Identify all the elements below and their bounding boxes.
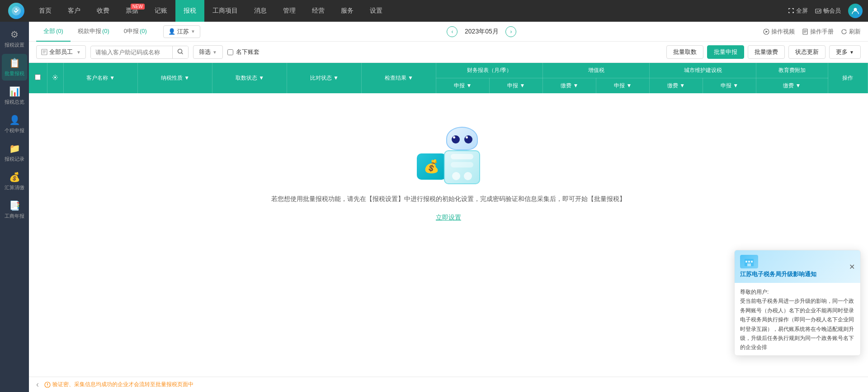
- tax-settings-icon: ⚙: [10, 29, 19, 40]
- tab-zero-decl-count: (0): [140, 28, 147, 34]
- th-customer-name: 客户名称 ▼: [63, 63, 138, 93]
- setup-link[interactable]: 立即设置: [436, 214, 461, 222]
- nav-item-billing[interactable]: 收费: [89, 0, 118, 22]
- svg-point-10: [47, 386, 47, 386]
- notice-body: 尊敬的用户: 受当前电子税务局进一步升级的影响，同一个政务网账号（办税人）名下的…: [735, 283, 860, 355]
- nav-item-bizitem[interactable]: 工商项目: [204, 0, 246, 22]
- th-check-result: 检查结果 ▼: [362, 63, 436, 93]
- svg-rect-15: [747, 263, 751, 266]
- scroll-left-btn[interactable]: ‹: [36, 380, 39, 389]
- top-navigation: 首页 客户 收费 票据 NEW 记账 报税 工商项目 消息 管理 经营: [0, 0, 868, 22]
- next-month-btn[interactable]: ›: [505, 26, 516, 37]
- prev-month-btn[interactable]: ‹: [447, 26, 458, 37]
- svg-rect-12: [745, 261, 747, 263]
- app-logo[interactable]: [5, 0, 27, 22]
- th-settings: [47, 63, 63, 93]
- status-update-btn[interactable]: 状态更新: [788, 45, 826, 59]
- notice-header: 江苏电子税务局升级影响通知 ✕: [735, 250, 860, 283]
- svg-rect-13: [748, 261, 750, 263]
- nav-item-management[interactable]: 管理: [275, 0, 304, 22]
- sidebar-item-batch-tax[interactable]: 📋 批量报税: [2, 54, 27, 81]
- under-accounts-checkbox[interactable]: [227, 49, 233, 55]
- nav-item-message[interactable]: 消息: [246, 0, 275, 22]
- op-manual-btn[interactable]: 操作手册: [802, 28, 834, 36]
- tabs-bar: 全部 (0) 税款申报 (0) 0申报 (0) 👤 江苏 ▼: [29, 22, 868, 42]
- annual-report-icon: 📑: [9, 200, 20, 211]
- nav-item-operation[interactable]: 经营: [304, 0, 333, 22]
- sidebar-item-annual-report[interactable]: 📑 工商年报: [2, 196, 27, 223]
- batch-declare-btn[interactable]: 批量申报: [707, 45, 744, 59]
- nav-item-settings[interactable]: 设置: [362, 0, 391, 22]
- sidebar-item-clearing[interactable]: 💰 汇算清缴: [2, 168, 27, 195]
- checkbox-under-accounts[interactable]: 名下账套: [227, 48, 259, 56]
- tab-tax-decl-count: (0): [102, 28, 109, 34]
- emp-select-table-icon: [41, 49, 47, 55]
- invoice-new-badge: NEW: [131, 4, 145, 10]
- user-avatar[interactable]: [848, 4, 863, 18]
- clearing-icon: 💰: [9, 172, 20, 182]
- th-vat-declare: 申报 ▼: [490, 78, 543, 94]
- sidebar-item-tax-summary[interactable]: 📊 报税总览: [2, 82, 27, 109]
- notice-content: 尊敬的用户: 受当前电子税务局进一步升级的影响，同一个政务网账号（办税人）名下的…: [740, 287, 855, 352]
- logo-circle: [8, 3, 24, 19]
- fullscreen-icon: [788, 8, 794, 14]
- employee-select[interactable]: 全部员工 ▼: [36, 45, 86, 59]
- search-input[interactable]: [91, 47, 172, 58]
- video-icon: [763, 29, 769, 35]
- personal-tax-icon: 👤: [9, 115, 20, 125]
- th-edu-declare: 申报 ▼: [703, 78, 756, 94]
- nav-item-accounting[interactable]: 记账: [146, 0, 175, 22]
- region-chevron-icon: ▼: [191, 29, 195, 34]
- emp-select-chevron-icon: ▼: [76, 50, 81, 55]
- th-financial-declare: 申报 ▼: [436, 78, 490, 94]
- empty-state: 💰: [29, 94, 868, 249]
- op-video-btn[interactable]: 操作视频: [763, 28, 795, 36]
- tax-summary-icon: 📊: [9, 86, 20, 97]
- member-btn[interactable]: 畅会员: [815, 7, 841, 15]
- sidebar-item-tax-records[interactable]: 📁 报税记录: [2, 139, 27, 166]
- th-compare-status: 比对状态 ▼: [287, 63, 362, 93]
- nav-item-invoice[interactable]: 票据 NEW: [118, 0, 146, 22]
- tab-tax-declaration[interactable]: 税款申报 (0): [71, 22, 117, 42]
- nav-item-home[interactable]: 首页: [31, 0, 60, 22]
- sidebar-item-tax-settings[interactable]: ⚙ 报税设置: [2, 25, 27, 52]
- member-icon: [815, 8, 821, 14]
- batch-tax-icon: 📋: [9, 57, 20, 68]
- tab-all[interactable]: 全部 (0): [36, 22, 71, 42]
- tab-zero-declaration[interactable]: 0申报 (0): [117, 22, 154, 42]
- more-btn[interactable]: 更多 ▼: [829, 45, 861, 59]
- search-input-wrap: [90, 46, 189, 59]
- more-chevron-icon: ▼: [849, 50, 854, 55]
- th-city-maintenance: 城市维护建设税: [650, 63, 756, 78]
- refresh-icon: [841, 29, 847, 35]
- empty-text: 若您想使用批量报税功能，请先在【报税设置】中进行报税的初始化设置，完成密码验证和…: [271, 193, 626, 205]
- sidebar-item-personal-tax[interactable]: 👤 个税申报: [2, 111, 27, 138]
- svg-point-8: [54, 76, 56, 78]
- fullscreen-btn[interactable]: 全屏: [788, 7, 808, 15]
- nav-item-customer[interactable]: 客户: [60, 0, 89, 22]
- nav-item-service[interactable]: 服务: [333, 0, 362, 22]
- bottom-warning-text: 验证密、采集信息均成功的企业才会流转至批量报税页面中: [52, 381, 193, 388]
- nav-item-tax[interactable]: 报税: [175, 0, 204, 22]
- th-city-declare: 申报 ▼: [596, 78, 650, 94]
- action-bar: 全部员工 ▼ 筛选 ▼ 名下账套: [29, 42, 868, 63]
- month-display: 2023年05月: [461, 28, 502, 36]
- batch-fetch-btn[interactable]: 批量取数: [666, 45, 703, 59]
- search-button[interactable]: [172, 46, 188, 58]
- select-all-checkbox[interactable]: [35, 74, 41, 80]
- th-vat-pay: 缴费 ▼: [543, 78, 596, 94]
- notice-panel: 江苏电子税务局升级影响通知 ✕ 尊敬的用户: 受当前电子税务局进一步升级的影响，…: [734, 250, 861, 356]
- th-tax-nature: 纳税性质 ▼: [138, 63, 212, 93]
- region-select[interactable]: 👤 江苏 ▼: [163, 25, 200, 38]
- bottom-scroll-container: ‹: [36, 380, 41, 389]
- batch-pay-btn[interactable]: 批量缴费: [748, 45, 785, 59]
- filter-button[interactable]: 筛选 ▼: [193, 45, 223, 59]
- notice-close-btn[interactable]: ✕: [849, 263, 855, 271]
- region-icon: 👤: [168, 28, 175, 35]
- top-nav-right: 全屏 畅会员: [788, 4, 863, 18]
- refresh-btn[interactable]: 刷新: [841, 28, 861, 36]
- manual-icon: [802, 29, 808, 35]
- th-city-pay: 缴费 ▼: [650, 78, 703, 94]
- notice-building-icon: [744, 257, 755, 266]
- notice-title: 江苏电子税务局升级影响通知: [740, 270, 816, 278]
